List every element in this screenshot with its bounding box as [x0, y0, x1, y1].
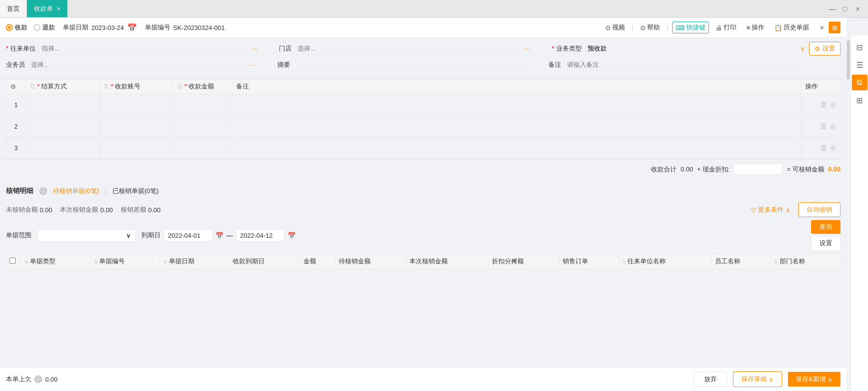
tab-collection[interactable]: 收款单 ×	[27, 0, 68, 17]
right-panel: ⊟ ☰ ⧉ ⊞	[850, 35, 868, 391]
row2-settle[interactable]	[26, 116, 100, 138]
row1-account[interactable]	[100, 94, 173, 116]
row2-account[interactable]	[100, 116, 173, 138]
scrollbar-track[interactable]	[846, 35, 850, 183]
diff-label: 核销差额	[121, 205, 146, 214]
shop-input[interactable]	[295, 43, 519, 54]
row1-settle[interactable]	[26, 94, 100, 116]
window-minimize-button[interactable]: —	[828, 4, 837, 13]
counter-field: * 往来单位 ···	[6, 43, 259, 54]
layout-list-button[interactable]: ≡	[816, 22, 828, 33]
reconcile-stats: 未核销金额 0.00 本次核销金额 0.00 核销差额 0.00 ▽ 更多条件 …	[6, 199, 841, 220]
scope-dropdown-icon: ∨	[126, 232, 131, 239]
auto-reconcile-button[interactable]: 自动核销	[798, 202, 841, 217]
reconcile-settings-button[interactable]: 设置	[811, 236, 841, 251]
table-row: 1 🗑 ⊕	[6, 94, 841, 116]
help-button[interactable]: ⊙ 帮助	[637, 22, 663, 33]
row2-num: 2	[6, 116, 26, 138]
side-table-button[interactable]: ⊟	[852, 39, 868, 55]
biz-type-dropdown[interactable]: ∨	[800, 45, 805, 53]
summary-field: 摘要	[277, 59, 529, 70]
reconcile-header-row: ⇅ 单据类型 ⇅ 单据编号 ⇅ 单据日期	[6, 254, 841, 269]
window-maximize-button[interactable]: □	[841, 4, 849, 13]
done-tab-link[interactable]: 已核销单据(0笔)	[112, 187, 159, 196]
diff-value: 0.00	[148, 206, 161, 214]
settings-button[interactable]: ⚙ 设置	[809, 42, 841, 56]
history-icon: 📋	[774, 24, 782, 31]
summary-input[interactable]	[293, 59, 529, 70]
tab-home[interactable]: 首页	[0, 0, 27, 17]
row2-remark[interactable]	[232, 116, 801, 138]
staff-more-button[interactable]: ···	[248, 61, 258, 69]
radio-refund[interactable]: 退款	[33, 23, 55, 32]
radio-income[interactable]: 收款	[6, 23, 27, 32]
info-icon2[interactable]: i	[34, 375, 42, 383]
print-button[interactable]: 🖨 打印	[713, 22, 739, 33]
row1-delete-button[interactable]: 🗑	[820, 100, 828, 110]
row3-settle[interactable]	[26, 138, 100, 159]
col-amount-header: ⇅ * 收款金额	[173, 79, 232, 94]
calendar-start-icon[interactable]: 📅	[216, 232, 223, 239]
side-list-button[interactable]: ☰	[852, 57, 868, 73]
scrollbar-thumb[interactable]	[847, 40, 850, 80]
sort-icon: ⇅	[30, 83, 35, 90]
select-all-checkbox[interactable]	[9, 257, 16, 264]
row1-remark[interactable]	[232, 94, 801, 116]
save-draft-button[interactable]: 保存草稿 ∧	[733, 371, 782, 387]
staff-input[interactable]	[28, 59, 245, 70]
toolbar: 收款 退款 单据日期 2023-03-24 📅 单据编号 SK-20230324…	[0, 18, 846, 38]
shop-more-button[interactable]: ···	[522, 45, 532, 53]
tab-bar: 首页 收款单 × — □ ×	[0, 0, 868, 18]
window-controls: — □ ×	[828, 4, 868, 13]
counter-more-button[interactable]: ···	[249, 45, 259, 53]
shortcut-button[interactable]: ⌨ 快捷键	[672, 22, 709, 33]
filter-icon: ▽	[751, 206, 756, 214]
row1-amount[interactable]	[173, 94, 232, 116]
discount-input[interactable]	[733, 164, 783, 175]
table-gear-icon[interactable]: ⚙	[10, 83, 16, 90]
col-date-header: ⇅ 单据日期	[160, 254, 230, 269]
video-button[interactable]: ⊙ 视频	[602, 22, 628, 33]
row3-copy-button[interactable]: ⊕	[830, 143, 836, 153]
remarks-label: 备注	[548, 60, 561, 69]
abandon-button[interactable]: 放弃	[694, 371, 727, 387]
side-attach-button[interactable]: ⧉	[852, 75, 868, 90]
row3-delete-button[interactable]: 🗑	[820, 143, 828, 153]
col-account-header: ⇅ * 收款账号	[100, 79, 173, 94]
tab-close-icon[interactable]: ×	[57, 5, 60, 12]
content-area: 收款 退款 单据日期 2023-03-24 📅 单据编号 SK-20230324…	[0, 18, 846, 391]
row3-account[interactable]	[100, 138, 173, 159]
save-new-arrow: ∧	[828, 376, 833, 383]
layout-grid-button[interactable]: ⊞	[829, 22, 841, 33]
form-row-1: * 往来单位 ··· 门店 ··· * 业务类型	[6, 42, 841, 56]
operate-button[interactable]: ≡ 操作	[743, 22, 767, 33]
side-expand-button[interactable]: ⊞	[852, 92, 868, 108]
biz-required: *	[552, 45, 556, 52]
more-conditions-button[interactable]: ▽ 更多条件 ∧	[751, 205, 790, 214]
row3-remark[interactable]	[232, 138, 801, 159]
row2-copy-button[interactable]: ⊕	[830, 122, 836, 131]
row3-amount[interactable]	[173, 138, 232, 159]
calendar-icon[interactable]: 📅	[127, 23, 137, 32]
save-new-button[interactable]: 保存&新增 ∧	[788, 372, 841, 387]
date-start-input[interactable]	[163, 229, 213, 242]
window-close-button[interactable]: ×	[853, 4, 862, 13]
calendar-end-icon[interactable]: 📅	[288, 232, 296, 239]
counter-input[interactable]	[39, 43, 247, 54]
scope-select[interactable]: ∨	[37, 229, 136, 242]
history-button[interactable]: 📋 历史单据	[771, 22, 812, 33]
pending-tab-link[interactable]: 待核销单据(0笔)	[53, 187, 99, 196]
query-button[interactable]: 查询	[811, 220, 841, 234]
unreconciled-value: 0.00	[40, 206, 52, 214]
date-end-input[interactable]	[236, 229, 285, 242]
col-checkbox	[6, 254, 21, 269]
col-number-header: ⇅ 单据编号	[90, 254, 160, 269]
row2-delete-button[interactable]: 🗑	[820, 122, 828, 131]
radio-refund-label: 退款	[42, 23, 55, 32]
bottom-table-wrap: ⇅ 单据类型 ⇅ 单据编号 ⇅ 单据日期	[6, 253, 841, 363]
row1-copy-button[interactable]: ⊕	[830, 100, 836, 110]
reconcile-info-icon[interactable]: i	[39, 187, 47, 195]
remarks-input[interactable]	[564, 59, 800, 70]
reconcile-table: ⇅ 单据类型 ⇅ 单据编号 ⇅ 单据日期	[6, 253, 841, 269]
row2-amount[interactable]	[173, 116, 232, 138]
